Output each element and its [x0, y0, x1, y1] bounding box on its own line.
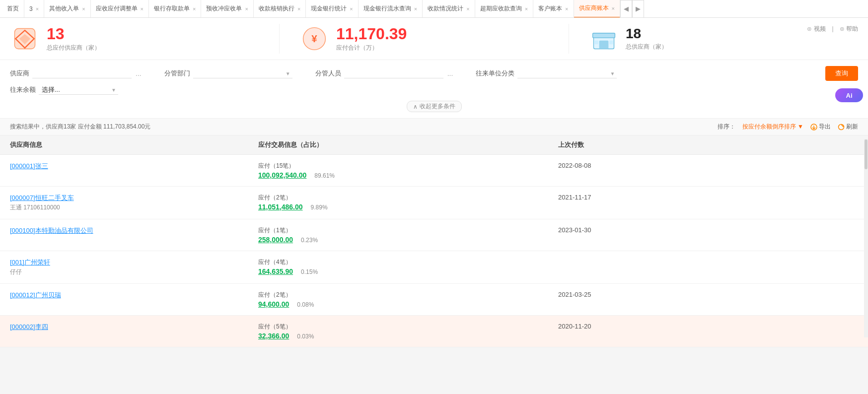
nav-tab-bank-deposit[interactable]: 银行存取款单 ×: [149, 0, 201, 18]
svg-rect-7: [599, 41, 609, 49]
nav-tab-home-label: 首页: [7, 4, 19, 13]
filter-row-1: 供应商 ... 分管部门 ▼ 分管人员 ... 往来单位分类 ▼ 查询: [10, 66, 858, 81]
person-filter-input[interactable]: [344, 68, 443, 78]
nav-tab-other-income-close[interactable]: ×: [82, 6, 85, 12]
scroll-bar[interactable]: [864, 139, 868, 337]
person-filter-dots[interactable]: ...: [447, 69, 453, 77]
dept-filter-select[interactable]: [193, 68, 292, 78]
trans-amount-3[interactable]: 164,635.90: [258, 267, 293, 275]
supplier-filter-label: 供应商: [10, 69, 29, 78]
trans-amount-1[interactable]: 11,051,486.00: [258, 203, 303, 211]
ap-total-label: 应付合计（万）: [336, 44, 407, 52]
supplier-sub-3: 仔仔: [10, 268, 258, 276]
nav-tab-3[interactable]: 3 ×: [24, 0, 44, 18]
table-header-col1: 供应商信息: [10, 140, 258, 149]
stat-info-total-suppliers: 18 总供应商（家）: [626, 27, 667, 51]
last-pay-2: 2023-01-30: [558, 226, 858, 234]
nav-tab-collect-exec-close[interactable]: ×: [297, 6, 300, 12]
nav-tab-cash-bank-stat-close[interactable]: ×: [350, 6, 353, 12]
scroll-thumb[interactable]: [865, 139, 868, 169]
table-row: [000001]张三 应付（15笔） 100,092,540.00 89.61%…: [0, 155, 868, 187]
nav-tab-collect-exec[interactable]: 收款核销执行 ×: [254, 0, 306, 18]
last-pay-1: 2021-11-17: [558, 194, 858, 201]
nav-tab-overdue-query-close[interactable]: ×: [525, 6, 528, 12]
ai-button[interactable]: Ai: [835, 88, 863, 102]
nav-tab-ap-adjust[interactable]: 应收应付调整单 ×: [91, 0, 149, 18]
refresh-button[interactable]: 刷新: [838, 123, 858, 131]
trans-pct-0: 89.61%: [314, 172, 335, 179]
supplier-link-4[interactable]: [000012]广州贝瑞: [10, 291, 258, 300]
nav-tab-customer-acct-close[interactable]: ×: [565, 6, 568, 12]
export-button[interactable]: 导出: [810, 123, 831, 131]
trans-amount-5[interactable]: 32,366.00: [258, 332, 289, 340]
ap-suppliers-number: 13: [47, 26, 100, 42]
nav-arrow-left[interactable]: ◀: [620, 0, 632, 18]
total-suppliers-label: 总供应商（家）: [626, 43, 667, 51]
top-right-links: ⊙ 视频 ｜ ⊙ 帮助: [807, 25, 858, 33]
stat-block-ap-total: ¥ 11,170.39 应付合计（万）: [280, 24, 569, 54]
trans-amount-2[interactable]: 258,000.00: [258, 236, 293, 244]
nav-tab-collect-stat[interactable]: 收款情况统计 ×: [423, 0, 475, 18]
help-link[interactable]: ⊙ 帮助: [840, 25, 858, 33]
search-button[interactable]: 查询: [825, 66, 858, 81]
export-icon: [810, 124, 817, 131]
sort-label: 排序：: [718, 123, 735, 131]
nav-tab-customer-acct[interactable]: 客户账本 ×: [533, 0, 574, 18]
sort-value[interactable]: 按应付余额倒序排序 ▼: [742, 123, 803, 131]
nav-tab-collect-stat-close[interactable]: ×: [466, 6, 469, 12]
nav-tab-customer-acct-label: 客户账本: [538, 4, 562, 13]
supplier-link-3[interactable]: [001]广州荣轩: [10, 258, 258, 267]
nav-tab-prepay-collect[interactable]: 预收冲应收单 ×: [201, 0, 253, 18]
total-suppliers-number: 18: [626, 27, 667, 41]
supplier-link-2[interactable]: [000100]本特勤油品有限公司: [10, 226, 258, 235]
trans-row-1: 11,051,486.00 9.89%: [258, 202, 558, 211]
filter-row-2: 往来余额 选择... ▼: [10, 85, 858, 95]
sort-dropdown-icon: ▼: [797, 123, 803, 130]
trans-amount-4[interactable]: 94,600.00: [258, 300, 289, 308]
table-header-col3: 上次付数: [558, 140, 858, 149]
trans-amount-0[interactable]: 100,092,540.00: [258, 171, 306, 179]
nav-tab-other-income-label: 其他收入单: [49, 4, 79, 13]
nav-tab-supplier-acct-label: 供应商账本: [579, 4, 609, 12]
table-row: [000002]李四 应付（5笔） 32,366.00 0.03% 2020-1…: [0, 316, 868, 347]
supplier-info-3: [001]广州荣轩 仔仔: [10, 258, 258, 276]
nav-tab-home[interactable]: 首页: [2, 0, 24, 18]
video-link[interactable]: ⊙ 视频: [807, 25, 825, 33]
supplier-filter-dots[interactable]: ...: [136, 69, 142, 77]
filter-item-balance: 往来余额 选择... ▼: [10, 85, 118, 95]
nav-tab-3-close[interactable]: ×: [36, 6, 39, 12]
category-filter-select[interactable]: [517, 68, 617, 78]
supplier-link-0[interactable]: [000001]张三: [10, 162, 258, 171]
nav-tab-overdue-query[interactable]: 超期应收款查询 ×: [475, 0, 533, 18]
export-label: 导出: [819, 123, 831, 131]
nav-tab-prepay-collect-close[interactable]: ×: [245, 6, 248, 12]
nav-tab-bank-deposit-close[interactable]: ×: [193, 6, 196, 12]
trans-pct-1: 9.89%: [311, 204, 328, 211]
collapse-button[interactable]: ∧ 收起更多条件: [407, 101, 462, 112]
filter-area: 供应商 ... 分管部门 ▼ 分管人员 ... 往来单位分类 ▼ 查询: [0, 60, 868, 119]
last-pay-4: 2021-03-25: [558, 291, 858, 298]
stats-row: 13 总应付供应商（家） ¥ 11,170.39 应付合计（万）: [0, 18, 868, 60]
trans-label-2: 应付（1笔）: [258, 226, 558, 235]
nav-tab-supplier-acct[interactable]: 供应商账本 ×: [574, 0, 620, 18]
nav-tab-supplier-acct-close[interactable]: ×: [612, 5, 615, 11]
trans-row-0: 100,092,540.00 89.61%: [258, 170, 558, 179]
nav-tab-other-income[interactable]: 其他收入单 ×: [44, 0, 90, 18]
supplier-link-1[interactable]: [000007]恒旺二手叉车: [10, 194, 258, 202]
supplier-filter-input[interactable]: [32, 68, 132, 78]
nav-tab-cash-bank-flow-close[interactable]: ×: [414, 6, 417, 12]
nav-tab-cash-bank-stat[interactable]: 现金银行统计 ×: [306, 0, 358, 18]
supplier-info-2: [000100]本特勤油品有限公司: [10, 226, 258, 235]
balance-filter-wrapper: 选择... ▼: [39, 85, 118, 95]
nav-tab-cash-bank-flow[interactable]: 现金银行流水查询 ×: [359, 0, 423, 18]
balance-filter-select[interactable]: 选择...: [39, 85, 118, 95]
trans-info-5: 应付（5笔） 32,366.00 0.03%: [258, 323, 558, 340]
balance-filter-label: 往来余额: [10, 85, 36, 94]
nav-tab-cash-bank-stat-label: 现金银行统计: [311, 4, 347, 13]
table-row: [001]广州荣轩 仔仔 应付（4笔） 164,635.90 0.15%: [0, 251, 868, 284]
nav-arrow-right[interactable]: ▶: [632, 0, 644, 18]
supplier-link-5[interactable]: [000002]李四: [10, 323, 258, 331]
stat-info-ap-total: 11,170.39 应付合计（万）: [336, 26, 407, 52]
nav-tab-ap-adjust-close[interactable]: ×: [141, 6, 144, 12]
nav-tab-bank-deposit-label: 银行存取款单: [154, 4, 190, 13]
